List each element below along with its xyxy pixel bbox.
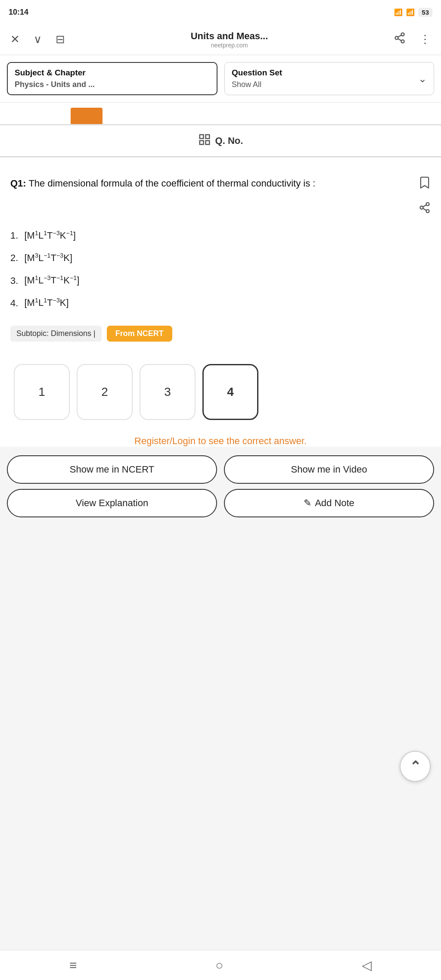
bottom-nav: ≡ ○ ◁ <box>0 950 441 980</box>
tab-item[interactable] <box>7 108 35 125</box>
more-icon[interactable]: ⋮ <box>416 31 434 48</box>
nav-actions: ⋮ <box>390 30 434 49</box>
svg-line-12 <box>423 208 426 211</box>
subtopic-text: Subtopic: Dimensions | <box>10 326 102 342</box>
nav-title-block: Units and Meas... neetprep.com <box>75 31 383 49</box>
tab-slider <box>0 103 441 125</box>
status-bar: 10:14 📶 📶 53 <box>0 0 441 24</box>
ncert-badge: From NCERT <box>107 326 172 342</box>
tab-item-active[interactable] <box>71 108 103 125</box>
question-set-label: Question Set <box>232 68 282 78</box>
options-list: 1. [M1L1T−3K−1] 2. [M3L−1T−3K] 3. [M1L−3… <box>10 229 431 310</box>
filter-icon[interactable]: ⊟ <box>52 31 68 48</box>
question-body: The dimensional formula of the coefficie… <box>28 178 315 189</box>
status-time: 10:14 <box>9 8 28 17</box>
menu-icon[interactable]: ≡ <box>69 958 77 973</box>
add-note-button[interactable]: ✎ Add Note <box>224 489 434 517</box>
action-buttons-row2: View Explanation ✎ Add Note <box>7 489 434 517</box>
show-ncert-button[interactable]: Show me in NCERT <box>7 455 217 484</box>
svg-rect-7 <box>199 141 203 145</box>
status-right: 📶 📶 53 <box>394 8 432 17</box>
wifi-icon: 📶 <box>394 8 403 16</box>
filter-row: Subject & Chapter Physics - Units and ..… <box>0 55 441 103</box>
question-set-inner: Question Set Show All <box>232 68 282 89</box>
svg-line-13 <box>423 205 426 207</box>
question-header: Q1: The dimensional formula of the coeff… <box>10 176 431 217</box>
tab-item[interactable] <box>138 108 166 125</box>
question-block: Q1: The dimensional formula of the coeff… <box>10 168 431 348</box>
subject-chapter-filter[interactable]: Subject & Chapter Physics - Units and ..… <box>7 62 217 95</box>
option-3[interactable]: 3. [M1L−3T−1K−1] <box>10 274 431 287</box>
view-explanation-button[interactable]: View Explanation <box>7 489 217 517</box>
question-set-filter[interactable]: Question Set Show All ⌄ <box>224 62 434 95</box>
tab-item[interactable] <box>39 108 67 125</box>
chevron-up-icon: ⌃ <box>410 758 421 775</box>
question-set-value: Show All <box>232 80 282 89</box>
close-icon[interactable]: ✕ <box>7 31 23 48</box>
subtopic-row: Subtopic: Dimensions | From NCERT <box>10 326 431 342</box>
scroll-up-button[interactable]: ⌃ <box>400 751 431 782</box>
q-no-label: Q. No. <box>215 135 243 146</box>
back-icon[interactable]: ◁ <box>362 958 372 973</box>
answer-btn-3[interactable]: 3 <box>140 364 196 420</box>
main-content: Q1: The dimensional formula of the coeff… <box>0 157 441 447</box>
share-icon[interactable] <box>390 30 409 49</box>
svg-line-4 <box>398 35 401 37</box>
nav-subtitle: neetprep.com <box>75 42 383 49</box>
chevron-down-icon[interactable]: ⌄ <box>418 73 427 85</box>
subject-chapter-label: Subject & Chapter <box>15 68 210 78</box>
tab-item[interactable] <box>170 108 198 125</box>
share-question-icon[interactable] <box>419 202 431 217</box>
option-2[interactable]: 2. [M3L−1T−3K] <box>10 251 431 265</box>
option-4[interactable]: 4. [M1L1T−3K] <box>10 296 431 310</box>
question-number-header: Q. No. <box>0 125 441 157</box>
signal-icon: 📶 <box>406 8 415 16</box>
login-prompt[interactable]: Register/Login to see the correct answer… <box>10 436 431 447</box>
subject-chapter-value: Physics - Units and ... <box>15 80 210 89</box>
question-icons <box>419 176 431 217</box>
chevron-down-icon[interactable]: ∨ <box>30 31 45 48</box>
answer-options: 1 2 3 4 <box>10 364 431 420</box>
svg-rect-6 <box>205 135 209 139</box>
note-icon: ✎ <box>304 498 311 509</box>
question-text: Q1: The dimensional formula of the coeff… <box>10 176 412 190</box>
action-buttons-row1: Show me in NCERT Show me in Video <box>7 455 434 484</box>
home-icon[interactable]: ○ <box>215 958 223 973</box>
battery-indicator: 53 <box>418 8 432 17</box>
question-number: Q1: <box>10 178 26 189</box>
nav-bar: ✕ ∨ ⊟ Units and Meas... neetprep.com ⋮ <box>0 24 441 55</box>
add-note-label: Add Note <box>315 498 354 509</box>
nav-title: Units and Meas... <box>75 31 383 42</box>
answer-btn-2[interactable]: 2 <box>77 364 133 420</box>
answer-btn-1[interactable]: 1 <box>14 364 70 420</box>
tab-item[interactable] <box>106 108 134 125</box>
show-video-button[interactable]: Show me in Video <box>224 455 434 484</box>
grid-icon <box>198 133 211 149</box>
svg-rect-5 <box>199 135 203 139</box>
answer-btn-4[interactable]: 4 <box>202 364 258 420</box>
svg-rect-8 <box>205 141 209 145</box>
bookmark-icon[interactable] <box>419 176 431 193</box>
svg-line-3 <box>398 39 401 41</box>
option-1[interactable]: 1. [M1L1T−3K−1] <box>10 229 431 243</box>
